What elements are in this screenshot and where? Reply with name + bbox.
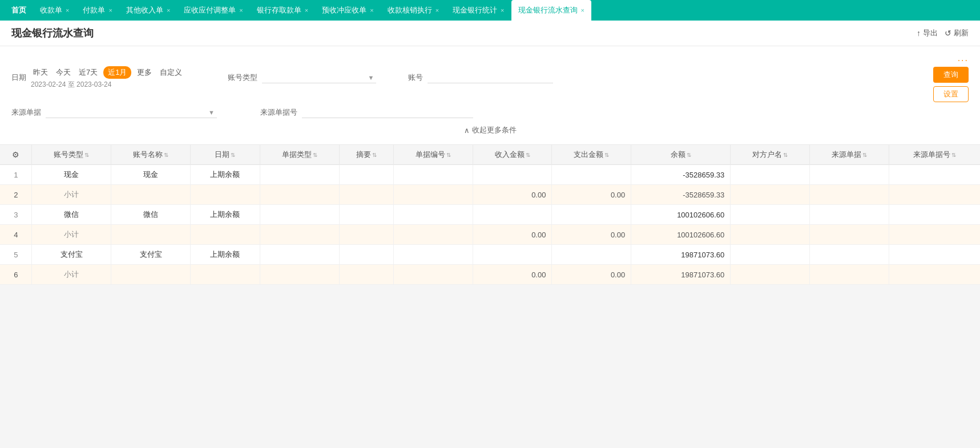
cell-balance: -3528659.33 — [631, 165, 731, 185]
export-button[interactable]: ↑ 导出 — [917, 28, 938, 38]
col-expense[interactable]: 支出金额⇅ — [552, 145, 631, 165]
tab-close-icon[interactable]: × — [435, 7, 439, 14]
col-date[interactable]: 日期⇅ — [190, 145, 260, 165]
cell-account_type: 现金 — [32, 165, 111, 185]
nav-tab[interactable]: 现金银行统计× — [446, 0, 511, 21]
cell-summary — [339, 225, 393, 245]
col-balance[interactable]: 余额⇅ — [631, 145, 731, 165]
date-filter-group: 日期 昨天今天近7天近1月更多自定义 2023-02-24 至 2023-03-… — [11, 66, 184, 90]
nav-home-label: 首页 — [11, 5, 26, 15]
refresh-button[interactable]: ↺ 刷新 — [945, 28, 969, 38]
cell-source_doc_no — [889, 165, 980, 185]
col-label-account_type: 账号类型 — [54, 150, 83, 159]
cell-account_name — [111, 185, 191, 205]
export-icon: ↑ — [917, 29, 921, 38]
nav-tab[interactable]: 银行存取款单× — [250, 0, 315, 21]
cell-counterpart — [731, 205, 810, 225]
tab-close-icon[interactable]: × — [305, 7, 308, 14]
col-doc_type[interactable]: 单据类型⇅ — [260, 145, 339, 165]
cell-account_type: 支付宝 — [32, 245, 111, 265]
top-nav: 首页 收款单×付款单×其他收入单×应收应付调整单×银行存取款单×预收冲应收单×收… — [0, 0, 980, 21]
source-doc-no-input[interactable] — [302, 107, 473, 118]
account-input[interactable] — [428, 72, 553, 83]
sort-icon-counterpart: ⇅ — [783, 152, 788, 158]
col-settings: ⚙ — [0, 145, 32, 165]
cell-expense: 0.00 — [552, 225, 631, 245]
cell-account_type: 小计 — [32, 225, 111, 245]
nav-tab[interactable]: 应收应付调整单× — [177, 0, 249, 21]
date-shortcut-自定义[interactable]: 自定义 — [158, 67, 184, 78]
col-source_doc_no[interactable]: 来源单据号⇅ — [889, 145, 980, 165]
collapse-button[interactable]: ∧ 收起更多条件 — [464, 125, 517, 135]
tab-label: 收款单 — [40, 5, 62, 15]
date-shortcut-今天[interactable]: 今天 — [54, 67, 73, 78]
account-filter-group: 账号 — [408, 72, 553, 83]
cell-doc_type — [260, 245, 339, 265]
table-row: 5支付宝支付宝上期余额19871073.60 — [0, 245, 980, 265]
cell-expense — [552, 205, 631, 225]
sort-icon-doc_type: ⇅ — [313, 152, 317, 158]
query-button[interactable]: 查询 — [933, 67, 969, 83]
gear-icon[interactable]: ⚙ — [12, 150, 19, 159]
cell-account_name — [111, 225, 191, 245]
cell-summary — [339, 265, 393, 285]
cell-balance: -3528659.33 — [631, 185, 731, 205]
cell-doc_type — [260, 205, 339, 225]
tab-close-icon[interactable]: × — [66, 7, 69, 14]
tab-close-icon[interactable]: × — [581, 7, 584, 14]
col-doc_no[interactable]: 单据编号⇅ — [393, 145, 473, 165]
account-type-filter-group: 账号类型 ▼ — [228, 72, 376, 83]
date-shortcut-昨天[interactable]: 昨天 — [31, 67, 50, 78]
cell-date — [190, 225, 260, 245]
col-source_doc[interactable]: 来源单据⇅ — [810, 145, 889, 165]
source-doc-select-wrapper: ▼ — [46, 107, 217, 118]
cell-date: 上期余额 — [190, 205, 260, 225]
col-label-date: 日期 — [215, 150, 229, 159]
account-type-select[interactable] — [262, 72, 376, 83]
col-label-balance: 余额 — [671, 150, 685, 159]
nav-tab[interactable]: 预收冲应收单× — [315, 0, 380, 21]
nav-tab[interactable]: 现金银行流水查询× — [511, 0, 591, 21]
tab-close-icon[interactable]: × — [370, 7, 373, 14]
cell-income — [473, 205, 552, 225]
tab-close-icon[interactable]: × — [108, 7, 112, 14]
cell-income — [473, 245, 552, 265]
cell-source_doc_no — [889, 185, 980, 205]
nav-tab[interactable]: 收款单× — [33, 0, 76, 21]
table-row: 4小计0.000.00100102606.60 — [0, 225, 980, 245]
table-header-row: ⚙账号类型⇅账号名称⇅日期⇅单据类型⇅摘要⇅单据编号⇅收入金额⇅支出金额⇅余额⇅… — [0, 145, 980, 165]
sort-icon-balance: ⇅ — [687, 152, 691, 158]
cell-row_num: 3 — [0, 205, 32, 225]
nav-tab[interactable]: 其他收入单× — [119, 0, 177, 21]
more-options-button[interactable]: ... — [933, 53, 969, 63]
export-label: 导出 — [923, 28, 938, 38]
col-label-counterpart: 对方户名 — [752, 150, 782, 159]
col-account_name[interactable]: 账号名称⇅ — [111, 145, 191, 165]
nav-tab[interactable]: 收款核销执行× — [381, 0, 446, 21]
cell-balance: 100102606.60 — [631, 205, 731, 225]
source-doc-select[interactable] — [46, 107, 217, 118]
cell-source_doc_no — [889, 265, 980, 285]
sort-icon-income: ⇅ — [526, 152, 530, 158]
cell-counterpart — [731, 265, 810, 285]
cell-expense: 0.00 — [552, 185, 631, 205]
col-counterpart[interactable]: 对方户名⇅ — [731, 145, 810, 165]
col-label-income: 收入金额 — [495, 150, 525, 159]
cell-source_doc — [810, 265, 889, 285]
settings-button[interactable]: 设置 — [933, 86, 969, 102]
date-shortcut-近7天[interactable]: 近7天 — [76, 67, 100, 78]
tab-close-icon[interactable]: × — [501, 7, 504, 14]
tab-close-icon[interactable]: × — [167, 7, 170, 14]
nav-tab[interactable]: 付款单× — [76, 0, 119, 21]
col-account_type[interactable]: 账号类型⇅ — [32, 145, 111, 165]
cell-doc_type — [260, 225, 339, 245]
col-summary[interactable]: 摘要⇅ — [339, 145, 393, 165]
col-income[interactable]: 收入金额⇅ — [473, 145, 552, 165]
cell-counterpart — [731, 185, 810, 205]
nav-home[interactable]: 首页 — [5, 0, 33, 21]
cell-row_num: 5 — [0, 245, 32, 265]
date-shortcut-近1月[interactable]: 近1月 — [103, 66, 131, 79]
date-shortcut-更多[interactable]: 更多 — [135, 67, 154, 78]
cell-counterpart — [731, 225, 810, 245]
tab-close-icon[interactable]: × — [239, 7, 243, 14]
